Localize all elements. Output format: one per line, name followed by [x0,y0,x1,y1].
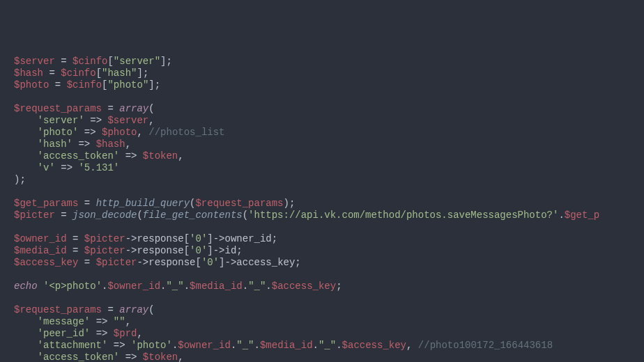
blank-line [14,292,20,304]
code-line: $request_params = array( [14,103,155,114]
code-line: $access_key = $picter->response['0']->ac… [14,257,301,268]
code-line: 'hash' => $hash, [14,139,131,150]
code-line: 'access_token' => $token, [14,352,184,362]
code-line: 'photo' => $photo, //photos_list [14,127,225,138]
code-line: $owner_id = $picter->response['0']->owne… [14,233,277,244]
blank-line [14,269,20,280]
code-line: $get_params = http_build_query($request_… [14,198,295,209]
code-editor[interactable]: $server = $cinfo["server"]; $hash = $cin… [14,56,630,362]
code-line: 'peer_id' => $prd, [14,328,143,339]
code-line: echo '<p>photo'.$owner_id."_".$media_id.… [14,281,342,292]
code-line: $media_id = $picter->response['0']->id; [14,245,243,256]
code-line: 'access_token' => $token, [14,150,184,162]
code-line: $request_params = array( [14,304,155,315]
blank-line [14,186,20,197]
code-line: $photo = $cinfo["photo"]; [14,79,160,90]
code-line: 'message' => "", [14,316,131,327]
code-line: 'attachment' => 'photo'.$owner_id."_".$m… [14,340,553,351]
code-line: $hash = $cinfo["hash"]; [14,68,148,79]
code-line: $server = $cinfo["server"]; [14,56,172,67]
blank-line [14,91,20,102]
blank-line [14,221,20,233]
code-line: 'v' => '5.131' [14,162,119,173]
code-line: ); [14,174,26,185]
code-line: 'server' => $server, [14,115,155,126]
code-line: $picter = json_decode(file_get_contents(… [14,210,599,221]
